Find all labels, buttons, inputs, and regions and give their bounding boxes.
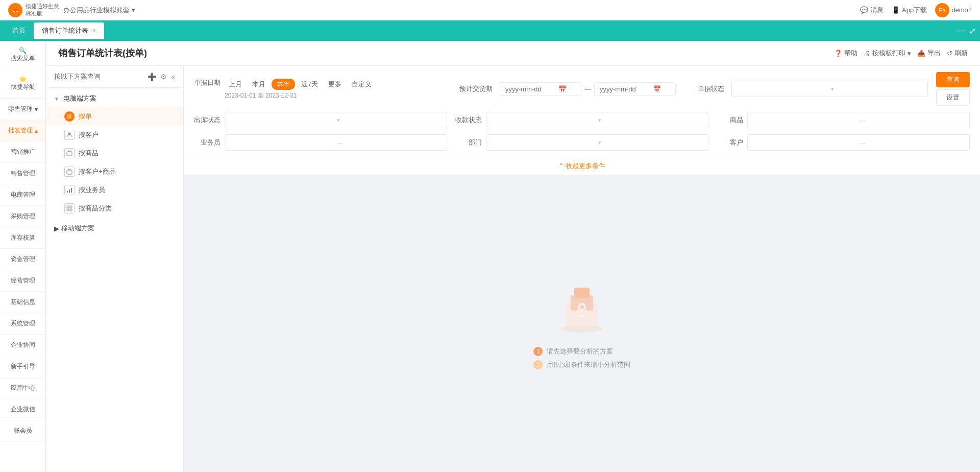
- svg-point-16: [577, 310, 579, 312]
- quick-custom-btn[interactable]: 自定义: [348, 78, 376, 90]
- warehouse-label: 出库状态: [194, 115, 225, 125]
- quick-this-year-btn[interactable]: 本年: [272, 79, 295, 90]
- sidebar-item-finance[interactable]: 资金管理: [0, 249, 45, 270]
- page-actions: ❓ 帮助 🖨 按模板打印 ▾ 📤 导出 ↺ 刷新: [834, 49, 968, 58]
- salesperson-more-icon: ···: [337, 139, 442, 147]
- export-btn[interactable]: 📤 导出: [917, 49, 941, 58]
- goods-label: 商品: [717, 115, 747, 125]
- sidebar-item-ecommerce[interactable]: 电商管理: [0, 184, 45, 206]
- sidebar-item-newbie[interactable]: 新手引导: [0, 356, 45, 377]
- mobile-expand-icon: ▶: [54, 225, 59, 232]
- quick-more-btn[interactable]: 更多: [324, 78, 346, 90]
- goods-col: 商品 ···: [717, 112, 970, 128]
- tip-num-2: 2: [533, 360, 543, 369]
- user-btn[interactable]: Ea demo2: [935, 3, 972, 17]
- mobile-section[interactable]: ▶ 移动端方案: [46, 220, 183, 237]
- salesperson-select[interactable]: ···: [225, 134, 447, 151]
- quick-this-month-btn[interactable]: 本月: [248, 78, 270, 90]
- dept-select[interactable]: ▾: [486, 134, 708, 151]
- refresh-icon: ↺: [947, 50, 952, 57]
- dept-label: 部门: [455, 138, 486, 147]
- download-icon: 📱: [892, 6, 900, 14]
- sidebar-item-search[interactable]: 🔍 搜索菜单: [0, 41, 45, 69]
- empty-illustration: [551, 277, 612, 339]
- scheme-item-by-goods[interactable]: 按商品: [46, 144, 183, 162]
- scheme-item-by-order[interactable]: 按 按单: [46, 107, 183, 126]
- tab-minimize-btn[interactable]: —: [957, 26, 965, 36]
- app-download-btn[interactable]: 📱 App下载: [892, 6, 927, 15]
- svg-rect-2: [67, 170, 72, 174]
- left-panel: 按以下方案查询 ➕ ⚙ « ▼ 电脑端方案 按 按单: [46, 66, 184, 472]
- delivery-date-end[interactable]: 📅: [594, 82, 676, 96]
- sidebar-item-wechat[interactable]: 企业微信: [0, 399, 45, 420]
- query-btn[interactable]: 查询: [936, 72, 970, 87]
- filter-row-3: 业务员 ··· 部门 ▾: [194, 134, 970, 151]
- collapse-filter-btn[interactable]: ⌃ 收起更多条件: [184, 157, 980, 175]
- export-icon: 📤: [917, 50, 925, 57]
- collapse-panel-btn[interactable]: «: [171, 73, 175, 81]
- scheme-group-pc-header[interactable]: ▼ 电脑端方案: [46, 90, 183, 107]
- sidebar-item-quick-nav[interactable]: ⭐ 快捷导航: [0, 69, 45, 98]
- by-order-icon: 按: [64, 111, 75, 122]
- date-range-display: 2023-01-01 至 2023-12-31: [225, 91, 376, 100]
- customer-select[interactable]: ···: [747, 134, 970, 151]
- settings-btn[interactable]: 设置: [936, 89, 970, 106]
- svg-rect-1: [67, 152, 72, 156]
- tab-home[interactable]: 首页: [4, 22, 34, 39]
- sidebar-item-vip[interactable]: 畅会员: [0, 420, 45, 442]
- warehouse-status-select[interactable]: ▾: [225, 112, 447, 128]
- help-icon: ❓: [834, 50, 842, 57]
- delivery-date-start[interactable]: 📅: [500, 82, 581, 96]
- sidebar-item-purchase[interactable]: 采购管理: [0, 206, 45, 227]
- panel-icons: ➕ ⚙ «: [148, 73, 175, 81]
- sidebar-item-operations[interactable]: 经营管理: [0, 270, 45, 292]
- date-separator: —: [584, 85, 591, 93]
- sidebar-item-app-center[interactable]: 应用中心: [0, 377, 45, 399]
- sidebar-item-basics[interactable]: 基础信息: [0, 292, 45, 313]
- chevron-up-icon: ▴: [35, 127, 38, 134]
- customer-label: 客户: [717, 138, 747, 147]
- sidebar-item-marketing[interactable]: 营销推广: [0, 141, 45, 163]
- status-label: 单据状态: [698, 84, 728, 93]
- warehouse-status-col: 出库状态 ▾: [194, 112, 447, 128]
- tab-bar: 首页 销售订单统计表 × — ⤢: [0, 20, 980, 41]
- sidebar-item-enterprise[interactable]: 企业协同: [0, 335, 45, 356]
- settings-scheme-btn[interactable]: ⚙: [160, 73, 167, 81]
- status-select[interactable]: ▾: [731, 81, 928, 97]
- sidebar-item-retail[interactable]: 零售管理 ▾: [0, 99, 45, 120]
- scheme-item-by-category[interactable]: 按商品分类: [46, 199, 183, 218]
- tab-sales-order[interactable]: 销售订单统计表 ×: [34, 22, 104, 39]
- tab-maximize-btn[interactable]: ⤢: [969, 26, 976, 36]
- by-goods-icon: [64, 148, 75, 158]
- tab-bar-actions: — ⤢: [957, 26, 976, 36]
- print-btn[interactable]: 🖨 按模板打印 ▾: [864, 49, 911, 58]
- sidebar-item-wholesale[interactable]: 批发管理 ▴: [0, 120, 45, 141]
- tab-close-icon[interactable]: ×: [92, 27, 96, 34]
- scheme-item-by-customer[interactable]: 按客户: [46, 126, 183, 144]
- svg-rect-4: [69, 190, 70, 193]
- payment-status-select[interactable]: ▾: [486, 112, 708, 128]
- print-chevron-icon: ▾: [908, 50, 911, 57]
- sidebar: 🔍 搜索菜单 ⭐ 快捷导航 零售管理 ▾ 批发管理 ▴ 营销推广 销售管理 电商…: [0, 41, 46, 472]
- sidebar-item-system[interactable]: 系统管理: [0, 313, 45, 335]
- message-btn[interactable]: 💬 消息: [860, 6, 884, 15]
- sidebar-item-sales[interactable]: 销售管理: [0, 163, 45, 184]
- dept-chevron-icon: ▾: [598, 139, 703, 146]
- refresh-btn[interactable]: ↺ 刷新: [947, 49, 968, 58]
- svg-point-17: [585, 310, 587, 312]
- top-bar-right: 💬 消息 📱 App下载 Ea demo2: [860, 3, 972, 17]
- date-label: 单据日期: [194, 78, 225, 87]
- delivery-end-input[interactable]: [600, 85, 651, 93]
- quick-last-month-btn[interactable]: 上月: [225, 78, 246, 90]
- sidebar-item-inventory[interactable]: 库存核算: [0, 227, 45, 249]
- help-btn[interactable]: ❓ 帮助: [834, 49, 857, 58]
- scheme-item-by-customer-goods[interactable]: 按客户+商品: [46, 162, 183, 181]
- add-scheme-btn[interactable]: ➕: [148, 73, 156, 81]
- goods-select[interactable]: ···: [747, 112, 970, 128]
- workspace-selector[interactable]: 办公用品行业模拟账套 ▾: [63, 6, 135, 15]
- scheme-item-by-salesperson[interactable]: 按业务员: [46, 181, 183, 199]
- quick-7days-btn[interactable]: 近7天: [297, 78, 322, 90]
- filter-main: 单据日期 上月 本月 本年 近7天 更多 自定义: [184, 66, 980, 151]
- delivery-start-input[interactable]: [505, 85, 556, 93]
- nav-icon: ⭐: [4, 76, 41, 83]
